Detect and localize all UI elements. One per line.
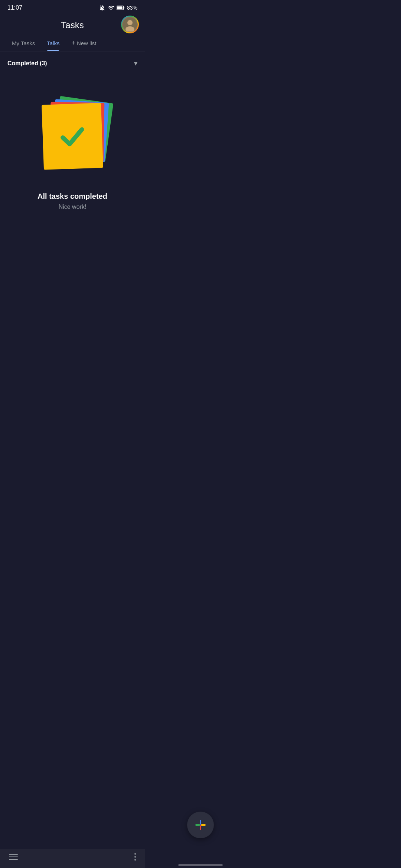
completed-section: Completed (3) ▾ — [0, 52, 145, 73]
empty-state: All tasks completed Nice work! — [0, 73, 145, 225]
checkmark-icon — [57, 121, 88, 152]
avatar-image — [122, 17, 138, 32]
svg-rect-1 — [117, 6, 122, 9]
paper-yellow — [42, 103, 103, 170]
new-list-plus-icon: + — [71, 39, 75, 47]
status-icons: 83% — [99, 4, 137, 11]
status-bar: 11:07 83% — [0, 0, 145, 14]
tabs-container: My Tasks Talks + New list — [0, 35, 145, 52]
tasks-illustration — [35, 96, 110, 177]
completed-title: Completed (3) — [7, 60, 47, 67]
tab-my-tasks[interactable]: My Tasks — [6, 36, 41, 51]
tab-new-list[interactable]: + New list — [65, 35, 102, 52]
header: Tasks — [0, 14, 145, 35]
battery-icon — [117, 4, 125, 11]
completed-header[interactable]: Completed (3) ▾ — [6, 52, 139, 73]
svg-point-3 — [127, 20, 133, 25]
battery-percentage: 83% — [127, 5, 137, 11]
empty-state-title: All tasks completed — [38, 192, 107, 201]
avatar[interactable] — [121, 16, 139, 33]
avatar-container[interactable] — [121, 16, 139, 33]
empty-state-subtitle: Nice work! — [59, 204, 87, 210]
wifi-icon — [108, 4, 114, 11]
page-title: Tasks — [61, 20, 84, 30]
chevron-down-icon: ▾ — [134, 59, 137, 68]
notification-muted-icon — [99, 4, 105, 11]
status-time: 11:07 — [7, 4, 22, 11]
tab-talks[interactable]: Talks — [41, 36, 65, 51]
